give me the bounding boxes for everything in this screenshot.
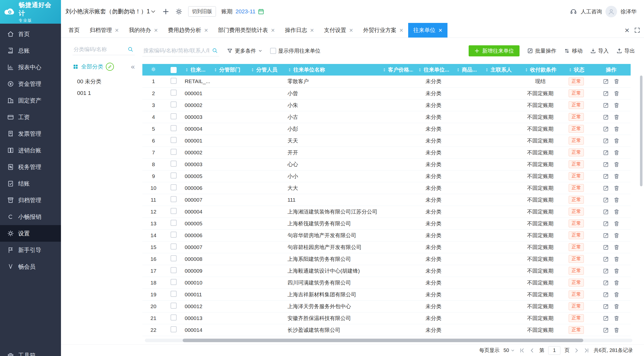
column-header-收付款条件[interactable]: 收付款条件 — [520, 64, 561, 76]
row-checkbox[interactable] — [171, 314, 177, 321]
delete-icon[interactable] — [613, 173, 620, 180]
row-checkbox[interactable] — [171, 255, 177, 261]
row-checkbox[interactable] — [171, 279, 177, 285]
horizontal-scrollbar-thumb[interactable] — [183, 339, 583, 342]
batch-actions-button[interactable]: 批量操作 — [527, 47, 556, 54]
edit-icon[interactable] — [603, 220, 609, 227]
sidebar-item-purchase-ledger[interactable]: 进销台账 — [0, 142, 61, 159]
row-checkbox[interactable] — [171, 267, 177, 273]
sidebar-item-toolbox[interactable]: 工具箱 — [0, 347, 61, 356]
delete-icon[interactable] — [613, 114, 620, 120]
delete-icon[interactable] — [613, 208, 620, 215]
collapse-panel-icon[interactable]: « — [131, 63, 135, 70]
category-search-icon[interactable] — [127, 46, 134, 53]
switch-old-version-button[interactable]: 切到旧版 — [188, 6, 216, 17]
row-checkbox[interactable] — [171, 291, 177, 297]
sidebar-item-general-ledger[interactable]: 总账 — [0, 42, 61, 59]
delete-icon[interactable] — [613, 315, 620, 322]
next-page-icon[interactable] — [573, 347, 579, 353]
edit-icon[interactable] — [603, 90, 609, 97]
calendar-icon[interactable] — [257, 8, 265, 15]
first-page-icon[interactable] — [519, 347, 525, 353]
delete-icon[interactable] — [613, 220, 620, 227]
tab-外贸行业方案[interactable]: 外贸行业方案× — [358, 23, 408, 38]
tab-支付设置[interactable]: 支付设置× — [319, 23, 358, 38]
move-button[interactable]: 移动 — [564, 47, 583, 54]
partner-search-input[interactable] — [142, 46, 219, 56]
edit-icon[interactable] — [603, 256, 609, 262]
add-account-set-icon[interactable] — [162, 8, 170, 15]
delete-icon[interactable] — [613, 102, 620, 109]
edit-icon[interactable] — [603, 315, 609, 322]
row-checkbox[interactable] — [171, 232, 177, 238]
tab-close-icon[interactable]: × — [349, 27, 353, 33]
column-header-往来...[interactable]: 往来... — [183, 64, 211, 76]
tab-操作日志[interactable]: 操作日志× — [280, 23, 319, 38]
row-checkbox[interactable] — [171, 137, 177, 143]
row-checkbox[interactable] — [171, 78, 177, 84]
sidebar-item-salary[interactable]: 工资 — [0, 109, 61, 125]
edit-icon[interactable] — [603, 244, 609, 251]
row-checkbox[interactable] — [171, 90, 177, 96]
row-checkbox[interactable] — [171, 113, 177, 119]
select-all-checkbox[interactable] — [171, 67, 177, 73]
edit-icon[interactable] — [603, 102, 609, 109]
edit-icon[interactable] — [603, 185, 609, 191]
add-partner-button[interactable]: 新增往来单位 — [469, 45, 520, 56]
delete-icon[interactable] — [613, 256, 620, 262]
edit-icon[interactable] — [603, 279, 609, 286]
edit-icon[interactable] — [603, 78, 609, 85]
sidebar-item-member[interactable]: 畅会员 — [0, 258, 61, 275]
delete-icon[interactable] — [613, 232, 620, 239]
sidebar-item-closing[interactable]: 结账 — [0, 175, 61, 192]
sidebar-item-home[interactable]: 首页 — [0, 26, 61, 42]
edit-icon[interactable] — [603, 126, 609, 132]
row-checkbox[interactable] — [171, 303, 177, 309]
headset-icon[interactable] — [570, 8, 577, 15]
column-header-状态[interactable]: 状态 — [561, 64, 592, 76]
delete-icon[interactable] — [613, 303, 620, 310]
prev-page-icon[interactable] — [529, 347, 535, 353]
sidebar-item-funds[interactable]: 资金管理 — [0, 76, 61, 92]
edit-icon[interactable] — [603, 197, 609, 203]
tab-close-icon[interactable]: × — [115, 27, 119, 33]
edit-categories-button[interactable] — [106, 63, 114, 71]
all-categories-label[interactable]: 全部分类 — [81, 63, 103, 70]
category-search-input[interactable] — [73, 44, 135, 55]
column-header-分管部门[interactable]: 分管部门 — [211, 64, 248, 76]
row-checkbox[interactable] — [171, 208, 177, 214]
row-checkbox[interactable] — [171, 184, 177, 190]
edit-icon[interactable] — [603, 149, 609, 156]
period-value[interactable]: 2023-11 — [236, 8, 255, 15]
tab-close-icon[interactable]: × — [204, 27, 208, 33]
import-button[interactable]: 导入 — [590, 47, 609, 54]
fullscreen-icon[interactable] — [634, 27, 640, 33]
edit-icon[interactable] — [603, 114, 609, 120]
row-checkbox[interactable] — [171, 220, 177, 226]
more-filters-button[interactable]: 更多条件 — [227, 47, 263, 54]
column-header-主联系人[interactable]: 主联系人 — [483, 64, 520, 76]
edit-icon[interactable] — [603, 303, 609, 310]
row-checkbox[interactable] — [171, 326, 177, 332]
delete-icon[interactable] — [613, 185, 620, 191]
category-tree-item[interactable]: 00 未分类 — [77, 76, 135, 87]
column-header-往来单位名称[interactable]: 往来单位名称 — [285, 64, 380, 76]
tab-费用趋势分析[interactable]: 费用趋势分析× — [163, 23, 213, 38]
vertical-scrollbar-thumb[interactable] — [640, 76, 642, 186]
edit-icon[interactable] — [603, 232, 609, 239]
edit-icon[interactable] — [603, 208, 609, 215]
tab-首页[interactable]: 首页 — [63, 23, 85, 38]
column-header-客户价格...[interactable]: 客户价格... — [380, 64, 413, 76]
edit-icon[interactable] — [603, 291, 609, 298]
account-chevron-down-icon[interactable] — [150, 8, 156, 15]
row-checkbox[interactable] — [171, 196, 177, 202]
edit-icon[interactable] — [603, 161, 609, 168]
column-header-往来单位...[interactable]: 往来单位... — [413, 64, 454, 76]
tab-部门费用类型统计表[interactable]: 部门费用类型统计表× — [213, 23, 280, 38]
sidebar-item-archive[interactable]: 归档管理 — [0, 192, 61, 208]
tab-close-icon[interactable]: × — [310, 27, 314, 33]
delete-icon[interactable] — [613, 197, 620, 203]
column-settings-header[interactable] — [142, 64, 165, 76]
topbar-gear-icon[interactable] — [175, 8, 183, 15]
close-all-tabs-icon[interactable]: × — [625, 26, 629, 34]
